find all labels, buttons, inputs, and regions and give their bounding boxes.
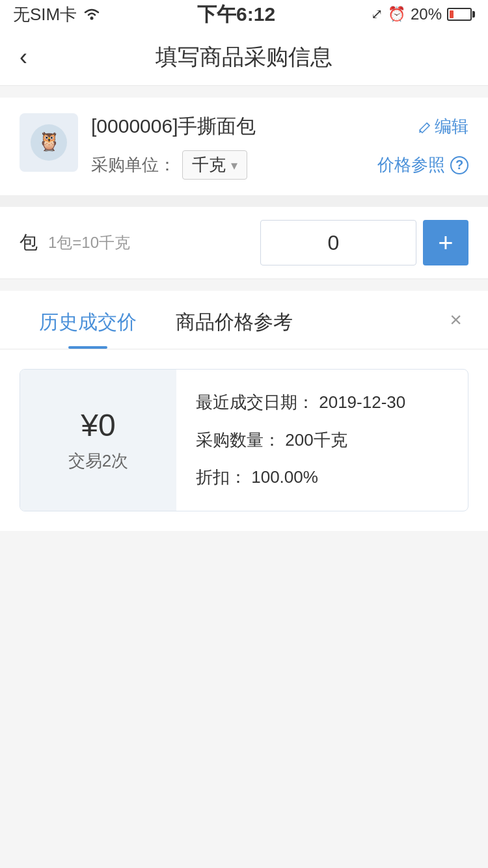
edit-button[interactable]: 编辑: [418, 115, 468, 138]
quantity-hint: 1包=10千克: [48, 232, 260, 253]
discount-label: 折扣：: [196, 467, 247, 487]
product-header: 🦉 [0000006]手撕面包 编辑 采购单位：: [20, 113, 468, 180]
tab-price-ref-label: 商品价格参考: [176, 311, 293, 332]
purchase-qty-value: 200千克: [285, 430, 347, 450]
page-title: 填写商品采购信息: [156, 42, 332, 72]
product-info: [0000006]手撕面包 编辑 采购单位： 千克 ▾: [91, 113, 468, 180]
history-price: ¥0: [81, 407, 115, 443]
purchase-qty-row: 采购数量： 200千克: [196, 427, 448, 454]
purchase-qty-label: 采购数量：: [196, 430, 280, 450]
tabs-section: 历史成交价 商品价格参考 × ¥0 交易2次 最近成交日期： 2019-12-3…: [0, 291, 488, 531]
wifi-icon: [82, 5, 102, 25]
alarm-icon: ⏰: [388, 6, 405, 23]
unit-value: 千克: [192, 154, 226, 176]
battery-percent: 20%: [411, 5, 442, 23]
recent-date-row: 最近成交日期： 2019-12-30: [196, 389, 448, 416]
status-right: ⤢ ⏰ 20%: [371, 5, 475, 23]
tab-price-ref[interactable]: 商品价格参考: [156, 291, 312, 349]
tab-history-price[interactable]: 历史成交价: [20, 291, 156, 349]
recent-date-label: 最近成交日期：: [196, 392, 314, 412]
quantity-row: 包 1包=10千克 +: [0, 207, 488, 279]
discount-value: 100.00%: [251, 467, 318, 487]
bottom-space: [0, 531, 488, 868]
back-button[interactable]: ‹: [13, 37, 34, 77]
product-card: 🦉 [0000006]手撕面包 编辑 采购单位：: [0, 98, 488, 195]
section-divider: [0, 195, 488, 207]
quantity-input[interactable]: [260, 220, 416, 265]
product-name: [0000006]手撕面包: [91, 113, 256, 140]
chevron-down-icon: ▾: [231, 157, 237, 173]
price-ref-button[interactable]: 价格参照 ?: [377, 154, 468, 176]
svg-text:🦉: 🦉: [38, 131, 61, 152]
help-icon: ?: [450, 156, 468, 174]
quantity-unit-label: 包: [20, 230, 38, 255]
history-content: ¥0 交易2次 最近成交日期： 2019-12-30 采购数量： 200千克 折…: [0, 349, 488, 531]
unit-selector[interactable]: 千克 ▾: [182, 150, 247, 180]
tab-history-label: 历史成交价: [39, 311, 137, 332]
location-icon: ⤢: [371, 6, 383, 23]
svg-point-0: [90, 16, 94, 20]
product-thumbnail: 🦉: [20, 113, 78, 172]
status-time: 下午6:12: [197, 1, 275, 28]
recent-date-value: 2019-12-30: [319, 392, 405, 412]
product-name-row: [0000006]手撕面包 编辑: [91, 113, 468, 140]
status-bar: 无SIM卡 下午6:12 ⤢ ⏰ 20%: [0, 0, 488, 29]
nav-header: ‹ 填写商品采购信息: [0, 29, 488, 86]
tabs-header: 历史成交价 商品价格参考 ×: [0, 291, 488, 349]
price-ref-label: 价格参照: [377, 154, 445, 176]
discount-row: 折扣： 100.00%: [196, 464, 448, 491]
unit-row: 采购单位： 千克 ▾ 价格参照 ?: [91, 150, 468, 180]
history-left-panel: ¥0 交易2次: [20, 370, 176, 511]
status-left: 无SIM卡: [13, 3, 102, 26]
edit-icon: [418, 120, 432, 134]
tab-active-indicator: [68, 346, 107, 349]
quantity-plus-button[interactable]: +: [423, 220, 468, 265]
unit-label: 采购单位：: [91, 154, 176, 176]
history-right-panel: 最近成交日期： 2019-12-30 采购数量： 200千克 折扣： 100.0…: [176, 370, 468, 511]
history-card: ¥0 交易2次 最近成交日期： 2019-12-30 采购数量： 200千克 折…: [20, 369, 468, 511]
product-logo-icon: 🦉: [29, 123, 68, 162]
close-button[interactable]: ×: [443, 301, 468, 338]
history-transactions: 交易2次: [68, 450, 128, 472]
battery-icon: [447, 8, 475, 21]
carrier-text: 无SIM卡: [13, 3, 77, 26]
